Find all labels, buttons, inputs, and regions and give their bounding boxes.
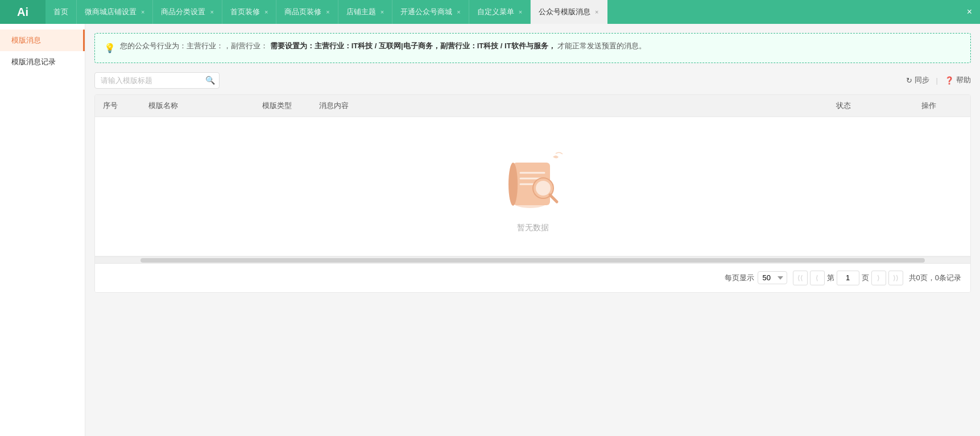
help-icon: ❓ <box>945 76 954 85</box>
tab-custom-menu[interactable]: 自定义菜单 × <box>469 0 531 24</box>
tab-product-page-close[interactable]: × <box>326 9 329 15</box>
help-button[interactable]: ❓ 帮助 <box>945 75 971 85</box>
sidebar-item-template-message-label: 模版消息 <box>11 36 41 44</box>
tab-shop-theme-close[interactable]: × <box>381 9 384 15</box>
tab-wechat-shop-close[interactable]: × <box>141 9 144 15</box>
sidebar-item-template-message[interactable]: 模版消息 <box>0 30 85 51</box>
search-toolbar: 🔍 ↻ 同步 | ❓ 帮助 <box>94 72 971 89</box>
tab-bar: 首页 微商城店铺设置 × 商品分类设置 × 首页装修 × 商品页装修 × 店铺主… <box>46 0 959 24</box>
col-header-action: 操作 <box>913 95 970 117</box>
col-header-type: 模版类型 <box>254 95 311 117</box>
empty-illustration <box>499 146 567 214</box>
toolbar-divider: | <box>936 76 938 85</box>
info-highlight: 需要设置为：主营行业：IT科技 / 互联网|电子商务，副营行业：IT科技 / I… <box>270 41 556 50</box>
tab-template-msg-label: 公众号模版消息 <box>539 7 590 17</box>
search-input-wrap: 🔍 <box>94 72 220 89</box>
page-prefix: 第 <box>827 273 834 283</box>
table-header-row: 序号 模版名称 模版类型 消息内容 状态 操作 <box>95 95 970 117</box>
info-suffix: 才能正常发送预置的消息。 <box>557 41 646 50</box>
info-prefix: 您的公众号行业为：主营行业：，副营行业： <box>120 41 268 50</box>
tab-product-category-label: 商品分类设置 <box>161 7 205 17</box>
tab-custom-menu-close[interactable]: × <box>519 9 522 15</box>
tab-product-page-label: 商品页装修 <box>284 7 321 17</box>
sidebar: 模版消息 模版消息记录 <box>0 24 85 436</box>
page-navigation: ⟨⟨ ⟨ 第 页 ⟩ ⟩⟩ <box>793 271 903 285</box>
main-content: 💡 您的公众号行业为：主营行业：，副营行业： 需要设置为：主营行业：IT科技 /… <box>85 24 980 436</box>
tab-product-category[interactable]: 商品分类设置 × <box>153 0 222 24</box>
total-info: 共0页，0条记录 <box>909 273 961 283</box>
tab-template-msg[interactable]: 公众号模版消息 × <box>531 0 607 24</box>
app-logo: Ai <box>0 0 46 24</box>
main-layout: 模版消息 模版消息记录 💡 您的公众号行业为：主营行业：，副营行业： 需要设置为… <box>0 24 980 436</box>
svg-point-2 <box>508 163 518 206</box>
page-suffix: 页 <box>862 273 869 283</box>
tab-home-decor[interactable]: 首页装修 × <box>222 0 276 24</box>
empty-cell: 暂无数据 <box>95 117 970 256</box>
svg-point-7 <box>536 181 551 196</box>
info-banner-text: 您的公众号行业为：主营行业：，副营行业： 需要设置为：主营行业：IT科技 / 互… <box>120 40 646 52</box>
scrollbar-thumb[interactable] <box>140 258 925 263</box>
help-label: 帮助 <box>956 75 971 85</box>
tab-custom-menu-label: 自定义菜单 <box>477 7 514 17</box>
tab-home-label: 首页 <box>53 7 68 17</box>
empty-row: 暂无数据 <box>95 117 970 256</box>
sync-icon: ↻ <box>906 76 912 85</box>
svg-line-8 <box>550 195 557 202</box>
data-table: 序号 模版名称 模版类型 消息内容 状态 操作 <box>95 95 970 256</box>
per-page-select[interactable]: 50 10 20 100 <box>758 271 787 284</box>
page-number-input[interactable] <box>837 271 859 285</box>
close-all-button[interactable]: × <box>959 0 980 24</box>
empty-state: 暂无数据 <box>103 123 962 250</box>
bulb-icon: 💡 <box>104 41 115 56</box>
next-page-button[interactable]: ⟩ <box>871 271 886 285</box>
tab-product-category-close[interactable]: × <box>210 9 213 15</box>
search-input[interactable] <box>94 72 220 89</box>
horizontal-scrollbar[interactable] <box>95 256 970 263</box>
col-header-status: 状态 <box>828 95 913 117</box>
tab-shop-theme[interactable]: 店铺主题 × <box>338 0 392 24</box>
tab-home[interactable]: 首页 <box>46 0 77 24</box>
sidebar-item-template-record-label: 模版消息记录 <box>11 57 56 66</box>
tab-open-mall-close[interactable]: × <box>457 9 460 15</box>
top-nav: Ai 首页 微商城店铺设置 × 商品分类设置 × 首页装修 × 商品页装修 × … <box>0 0 980 24</box>
tab-wechat-shop[interactable]: 微商城店铺设置 × <box>77 0 153 24</box>
prev-page-button[interactable]: ⟨ <box>810 271 825 285</box>
last-page-button[interactable]: ⟩⟩ <box>888 271 903 285</box>
sync-label: 同步 <box>915 75 929 85</box>
tab-home-decor-label: 首页装修 <box>230 7 260 17</box>
col-header-seq: 序号 <box>95 95 140 117</box>
tab-wechat-shop-label: 微商城店铺设置 <box>85 7 137 17</box>
info-banner: 💡 您的公众号行业为：主营行业：，副营行业： 需要设置为：主营行业：IT科技 /… <box>94 33 971 63</box>
col-header-content: 消息内容 <box>311 95 828 117</box>
col-header-name: 模版名称 <box>140 95 254 117</box>
tab-open-mall[interactable]: 开通公众号商城 × <box>392 0 469 24</box>
first-page-button[interactable]: ⟨⟨ <box>793 271 808 285</box>
search-icon[interactable]: 🔍 <box>205 76 215 85</box>
pagination: 每页显示 50 10 20 100 ⟨⟨ ⟨ 第 页 ⟩ ⟩⟩ <box>95 263 970 292</box>
per-page-label: 每页显示 <box>725 273 754 283</box>
tab-open-mall-label: 开通公众号商城 <box>400 7 452 17</box>
tab-template-msg-close[interactable]: × <box>595 9 598 15</box>
toolbar-right: ↻ 同步 | ❓ 帮助 <box>906 75 971 85</box>
tab-shop-theme-label: 店铺主题 <box>346 7 376 17</box>
sync-button[interactable]: ↻ 同步 <box>906 75 929 85</box>
tab-home-decor-close[interactable]: × <box>264 9 268 15</box>
data-table-wrap: 序号 模版名称 模版类型 消息内容 状态 操作 <box>94 94 971 293</box>
sidebar-item-template-record[interactable]: 模版消息记录 <box>0 51 85 73</box>
per-page-section: 每页显示 50 10 20 100 <box>725 271 787 284</box>
tab-product-page[interactable]: 商品页装修 × <box>276 0 338 24</box>
empty-text: 暂无数据 <box>517 223 549 233</box>
